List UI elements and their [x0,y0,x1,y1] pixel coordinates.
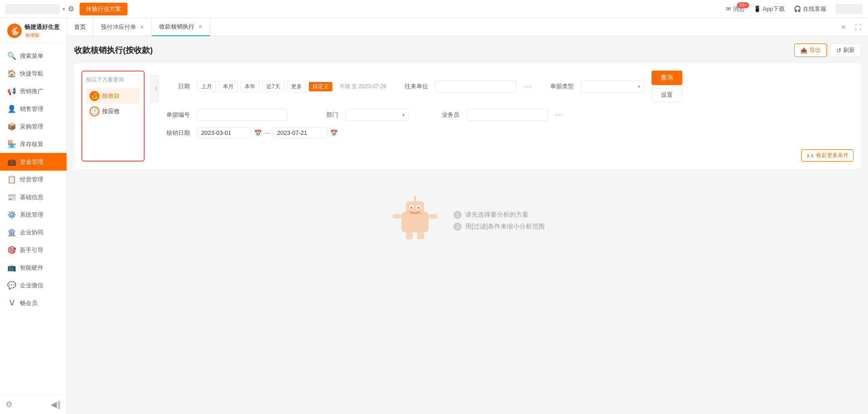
sidebar-item-basic-info[interactable]: 📰基础信息 [0,188,66,206]
calendar-start-icon[interactable]: 📅 [254,129,262,137]
sidebar-label-corp-wechat: 企业微信 [20,281,43,290]
verify-date-end[interactable]: 2023-07-21 [273,127,327,138]
doc-type-label: 单据类型 [548,82,574,90]
sidebar-item-sys-mgmt[interactable]: ⚙️系统管理 [0,206,66,224]
page-content: 收款核销执行(按收款) 📤 导出 ↺ 刷新 按以下方案查询 [67,36,868,414]
main-layout: 🐇 畅捷通好生意 标准版 🔍搜索菜单🏠快捷导航📢营销推广👤销售管理📦采购管理🏪库… [0,18,868,414]
quick-nav-icon: 🏠 [7,69,16,78]
filter-row-2: 单据编号 部门 业务员 ··· [165,109,854,121]
dept-select[interactable] [345,109,409,121]
sidebar-item-smart-hw[interactable]: 📺智能硬件 [0,259,66,276]
tab-home[interactable]: 首页 [67,18,94,36]
svg-rect-9 [417,231,424,239]
message-icon: ✉ [726,5,731,12]
sidebar-item-newbie[interactable]: 🎯新手引导 [0,241,66,259]
counterpart-more-icon[interactable]: ··· [524,82,532,91]
page-header: 收款核销执行(按收款) 📤 导出 ↺ 刷新 [74,43,861,57]
svg-rect-8 [406,231,413,239]
newbie-icon: 🎯 [7,246,16,254]
message-button[interactable]: ✉ 消息 99+ [726,5,745,13]
staff-more-icon[interactable]: ··· [555,110,563,119]
svg-point-11 [414,196,416,199]
filter-query-options: 按以下方案查询 💰 按收款 🕐 按应收 [81,71,145,162]
date-btn-this-year[interactable]: 本年 [241,81,259,92]
sidebar-item-corp-collab[interactable]: 🏛️企业协同 [0,224,66,241]
calendar-end-icon[interactable]: 📅 [330,129,338,137]
date-custom-tag[interactable]: 自定义 [309,82,332,91]
vip-icon: Ⅴ [7,299,16,307]
sidebar-bottom: ⚙ ◀‖ [0,395,66,414]
headphone-icon: 🎧 [794,5,801,12]
verify-date-start[interactable]: 2023-03-01 [197,127,251,138]
sidebar-item-sales-mgmt[interactable]: 👤销售管理 [0,100,66,118]
action-column: 查询 设置 [651,71,682,102]
filter-row-3: 核销日期 2023-03-01 📅 — 2023-07-21 📅 [165,127,854,138]
sidebar-item-ops-mgmt[interactable]: 📋经营管理 [0,171,66,188]
date-btn-last-month[interactable]: 上月 [197,81,216,92]
sidebar-item-quick-nav[interactable]: 🏠快捷导航 [0,65,66,82]
setting-button[interactable]: 设置 [651,88,682,102]
settings-gear-icon[interactable]: ⚙ [68,5,74,13]
app-download-button[interactable]: 📱 App下载 [754,5,785,13]
date-btn-7days[interactable]: 近7天 [262,81,284,92]
doc-type-select[interactable] [581,81,644,93]
sales-mgmt-icon: 👤 [7,105,16,113]
tab-close-collection[interactable]: ✕ [198,24,203,30]
verify-date-label: 核销日期 [165,129,190,137]
industry-solution-button[interactable]: 休验行业方案 [80,3,127,15]
export-button[interactable]: 📤 导出 [794,43,827,57]
collapse-left-button[interactable]: 《 [150,75,159,102]
filter-fields: 日期 上月 本月 本年 近7天 更多 自定义 不限 至 2023-07-26 往… [165,71,854,162]
collapse-icon: ∧∧ [806,152,814,159]
filter-option-by-collection[interactable]: 💰 按收款 [86,88,140,104]
user-avatar[interactable] [835,4,863,14]
logo-area: ▾ ⚙ [5,4,74,14]
sidebar-label-quick-nav: 快捷导航 [20,70,43,78]
robot-svg [390,196,440,241]
export-icon: 📤 [800,47,807,54]
filter-option-by-receivable[interactable]: 🕐 按应收 [86,104,140,119]
date-buttons: 上月 本月 本年 近7天 更多 自定义 [197,81,332,92]
date-btn-more[interactable]: 更多 [287,81,306,92]
query-button[interactable]: 查询 [651,71,682,85]
collapse-more-button[interactable]: ∧∧ 收起更多条件 [801,149,854,162]
tab-prepay[interactable]: 预付冲应付单 ✕ [94,18,152,36]
sidebar-item-marketing[interactable]: 📢营销推广 [0,82,66,100]
filter-panel: 按以下方案查询 💰 按收款 🕐 按应收 《 日期 [74,63,861,169]
verify-date-inputs: 2023-03-01 📅 — 2023-07-21 📅 [197,127,338,138]
sidebar-label-vip: 畅会员 [20,299,38,307]
tab-collection[interactable]: 收款核销执行 ✕ [152,18,210,36]
sidebar-label-marketing: 营销推广 [20,87,43,95]
online-service-button[interactable]: 🎧 在线客服 [794,5,826,13]
settings-bottom-icon[interactable]: ⚙ [5,400,13,409]
close-tab-icon[interactable]: ✕ [837,21,850,33]
doc-type-select-wrapper [581,81,644,93]
doc-no-input[interactable] [197,109,288,121]
empty-tip-1: 1 请先选择要分析的方案 [453,211,545,219]
sidebar-label-corp-collab: 企业协同 [20,228,43,237]
sidebar-item-purchase-mgmt[interactable]: 📦采购管理 [0,118,66,135]
tab-bar: 首页 预付冲应付单 ✕ 收款核销执行 ✕ ✕ ⛶ [67,18,868,36]
sidebar-item-inventory[interactable]: 🏪库存核算 [0,135,66,153]
sys-mgmt-icon: ⚙️ [7,210,16,219]
corp-collab-icon: 🏛️ [7,228,16,237]
refresh-icon: ↺ [836,47,841,54]
page-title: 收款核销执行(按收款) [74,45,153,56]
search-menu-icon: 🔍 [7,52,16,60]
sidebar-item-corp-wechat[interactable]: 💬企业微信 [0,276,66,294]
refresh-button[interactable]: ↺ 刷新 [830,43,861,57]
sidebar-item-vip[interactable]: Ⅴ畅会员 [0,294,66,312]
staff-input[interactable] [467,109,548,121]
expand-icon[interactable]: ⛶ [852,21,864,33]
app-logo-icon: 🐇 [7,24,22,38]
date-btn-this-month[interactable]: 本月 [219,81,238,92]
tab-close-prepay[interactable]: ✕ [140,24,144,30]
mobile-icon: 📱 [754,5,761,12]
dropdown-arrow-icon[interactable]: ▾ [62,6,65,12]
counterpart-input[interactable] [435,81,517,93]
sidebar-item-fund-mgmt[interactable]: 💼资金管理 [0,153,66,171]
purchase-mgmt-icon: 📦 [7,122,16,131]
sidebar-item-search-menu[interactable]: 🔍搜索菜单 [0,47,66,65]
collapse-sidebar-button[interactable]: ◀‖ [51,400,61,409]
empty-tip-2: 2 用[过滤]条件来缩小分析范围 [453,223,545,231]
